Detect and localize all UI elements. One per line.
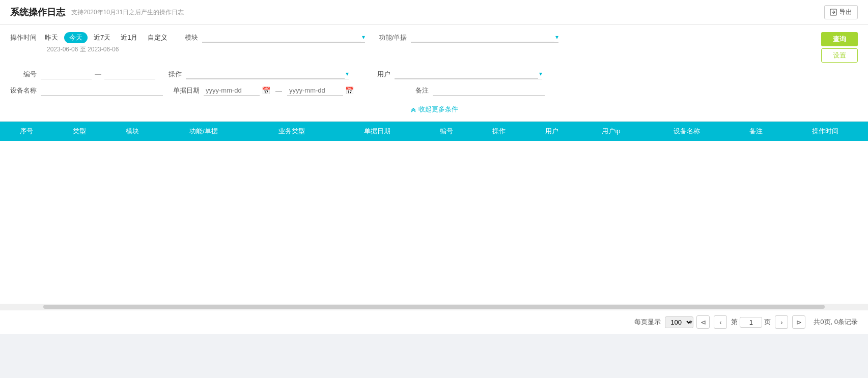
last-page-icon: ⊳ xyxy=(796,318,802,326)
number-end-input[interactable] xyxy=(104,69,155,79)
time-range-text: 2023-06-06 至 2023-06-06 xyxy=(47,46,119,53)
user-select[interactable] xyxy=(395,69,538,79)
time-btn-today[interactable]: 今天 xyxy=(64,32,88,43)
time-btn-7days[interactable]: 近7天 xyxy=(90,32,115,43)
calendar-start-icon[interactable]: 📅 xyxy=(262,86,270,95)
module-chevron-icon: ▾ xyxy=(362,34,365,41)
export-button[interactable]: 导出 xyxy=(824,5,858,19)
per-page-label: 每页显示 xyxy=(634,317,661,327)
col-user-ip: 用户ip xyxy=(578,122,644,141)
col-op-time: 操作时间 xyxy=(782,122,868,141)
total-info: 共0页, 0条记录 xyxy=(814,317,858,327)
per-page-select[interactable]: 50 100 200 500 xyxy=(665,316,693,328)
col-device-name: 设备名称 xyxy=(644,122,730,141)
user-chevron-icon: ▾ xyxy=(539,70,542,77)
page-subtitle: 支持2020年10月31日之后产生的操作日志 xyxy=(71,8,184,17)
col-type: 类型 xyxy=(53,122,106,141)
col-index: 序号 xyxy=(0,122,53,141)
time-btn-custom[interactable]: 自定义 xyxy=(144,32,172,43)
time-btn-1month[interactable]: 近1月 xyxy=(117,32,142,43)
remark-label: 备注 xyxy=(397,86,433,95)
function-select[interactable] xyxy=(411,32,554,42)
calendar-end-icon[interactable]: 📅 xyxy=(345,86,354,95)
export-label: 导出 xyxy=(839,8,852,17)
col-remark: 备注 xyxy=(730,122,782,141)
number-label: 编号 xyxy=(10,70,41,79)
first-page-icon: ⊲ xyxy=(701,318,706,326)
settings-button[interactable]: 设置 xyxy=(821,48,858,63)
module-label: 模块 xyxy=(182,33,202,42)
remark-input[interactable] xyxy=(433,85,545,96)
prev-page-button[interactable]: ‹ xyxy=(714,315,727,329)
time-buttons: 昨天 今天 近7天 近1月 自定义 xyxy=(41,32,172,43)
query-button[interactable]: 查询 xyxy=(821,32,858,46)
page-unit: 页 xyxy=(764,317,771,327)
function-label: 功能/单据 xyxy=(375,33,411,42)
empty-area xyxy=(0,141,868,304)
col-user: 用户 xyxy=(525,122,578,141)
collapse-bar[interactable]: 收起更多条件 xyxy=(10,102,858,118)
data-table: 序号 类型 模块 功能/单据 业务类型 单据日期 编号 操作 用户 用户ip 设… xyxy=(0,122,868,141)
module-select[interactable] xyxy=(202,32,361,42)
col-function: 功能/单据 xyxy=(158,122,248,141)
scrollbar-thumb[interactable] xyxy=(43,305,825,309)
user-label: 用户 xyxy=(359,70,395,79)
col-operation: 操作 xyxy=(472,122,525,141)
col-number: 编号 xyxy=(420,122,473,141)
page-info: 第 页 xyxy=(731,317,771,328)
function-chevron-icon: ▾ xyxy=(555,34,558,41)
next-page-icon: › xyxy=(780,318,782,326)
action-buttons: 查询 设置 xyxy=(821,32,858,63)
operation-select[interactable] xyxy=(186,69,345,79)
voucher-date-label: 单据日期 xyxy=(173,86,204,95)
table-area: 序号 类型 模块 功能/单据 业务类型 单据日期 编号 操作 用户 用户ip 设… xyxy=(0,122,868,304)
number-dash: — xyxy=(95,70,101,78)
export-icon xyxy=(830,9,837,16)
operation-label: 操作 xyxy=(165,70,186,79)
next-page-button[interactable]: › xyxy=(775,315,788,329)
col-biz-type: 业务类型 xyxy=(248,122,334,141)
prev-page-icon: ‹ xyxy=(719,318,721,326)
bottom-bar: 每页显示 50 100 200 500 ▾ ⊲ ‹ 第 页 › ⊳ 共0页, 0… xyxy=(0,310,868,334)
date-end-input[interactable] xyxy=(287,85,343,96)
device-input[interactable] xyxy=(41,85,163,96)
device-label: 设备名称 xyxy=(10,86,41,95)
col-voucher-date: 单据日期 xyxy=(334,122,420,141)
horizontal-scrollbar[interactable] xyxy=(0,304,868,310)
operation-chevron-icon: ▾ xyxy=(346,70,349,77)
first-page-button[interactable]: ⊲ xyxy=(696,315,710,329)
page-label: 第 xyxy=(731,317,738,327)
number-start-input[interactable] xyxy=(41,69,92,79)
page-header: 系统操作日志 支持2020年10月31日之后产生的操作日志 导出 xyxy=(0,0,868,25)
collapse-icon xyxy=(410,106,416,112)
date-dash: — xyxy=(275,87,282,95)
col-module: 模块 xyxy=(106,122,159,141)
date-start-input[interactable] xyxy=(204,85,260,96)
collapse-label: 收起更多条件 xyxy=(418,105,458,114)
filter-area: 操作时间 昨天 今天 近7天 近1月 自定义 2023-06-06 至 2023… xyxy=(0,25,868,122)
page-number-input[interactable] xyxy=(740,317,762,328)
page-title: 系统操作日志 xyxy=(10,6,65,18)
time-btn-yesterday[interactable]: 昨天 xyxy=(41,32,62,43)
time-filter-label: 操作时间 xyxy=(10,33,41,42)
last-page-button[interactable]: ⊳ xyxy=(792,315,805,329)
table-header-row: 序号 类型 模块 功能/单据 业务类型 单据日期 编号 操作 用户 用户ip 设… xyxy=(0,122,868,141)
